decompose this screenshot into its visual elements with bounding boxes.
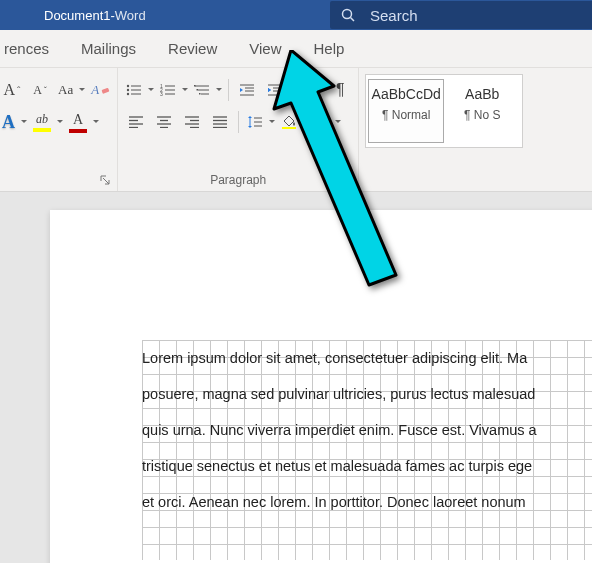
separator <box>293 79 294 101</box>
shading-button[interactable] <box>279 109 309 135</box>
grow-font-button[interactable]: Aˆ <box>0 77 24 103</box>
style-no-spacing[interactable]: AaBb ¶ No S <box>444 79 520 143</box>
clear-formatting-button[interactable]: A <box>89 77 113 103</box>
font-color-button[interactable]: A <box>67 109 99 135</box>
justify-button[interactable] <box>208 109 232 135</box>
group-styles: AaBbCcDd ¶ Normal AaBb ¶ No S <box>359 68 529 191</box>
text-line: et orci. Aenean nec lorem. In porttitor.… <box>142 484 592 520</box>
text-line: quis urna. Nunc viverra imperdiet enim. … <box>142 412 592 448</box>
align-right-icon <box>184 116 200 128</box>
svg-text:Z: Z <box>305 91 310 98</box>
align-left-icon <box>128 116 144 128</box>
align-right-button[interactable] <box>180 109 204 135</box>
borders-button[interactable] <box>313 109 341 135</box>
tab-review[interactable]: Review <box>152 30 233 67</box>
search-box[interactable]: Search <box>330 1 592 29</box>
tab-references[interactable]: rences <box>4 30 65 67</box>
align-left-button[interactable] <box>124 109 148 135</box>
text-line: posuere, magna sed pulvinar ultricies, p… <box>142 376 592 412</box>
bucket-icon <box>281 115 297 129</box>
ribbon: Aˆ Aˇ Aa A A ab A <box>0 68 592 192</box>
font-color-swatch <box>69 129 87 133</box>
numbering-button[interactable]: 123 <box>158 77 188 103</box>
sort-button[interactable]: AZ <box>300 77 324 103</box>
indent-icon <box>267 83 283 97</box>
highlight-color-swatch <box>33 128 51 132</box>
change-case-button[interactable]: Aa <box>56 77 85 103</box>
line-spacing-icon <box>247 115 263 129</box>
dialog-icon <box>100 175 110 185</box>
document-name: Document1 <box>44 8 110 23</box>
bullets-icon <box>126 83 142 97</box>
tab-view[interactable]: View <box>233 30 297 67</box>
svg-text:3: 3 <box>160 91 163 97</box>
search-icon <box>340 7 356 23</box>
tab-help[interactable]: Help <box>298 30 361 67</box>
svg-rect-19 <box>197 89 199 91</box>
svg-point-5 <box>127 93 129 95</box>
dialog-icon <box>341 175 351 185</box>
styles-gallery[interactable]: AaBbCcDd ¶ Normal AaBb ¶ No S <box>365 74 523 148</box>
bullets-button[interactable] <box>124 77 154 103</box>
group-paragraph: 123 AZ ¶ <box>118 68 359 191</box>
text-effects-button[interactable]: A <box>0 109 27 135</box>
svg-rect-18 <box>194 85 196 87</box>
outdent-icon <box>239 83 255 97</box>
group-font: Aˆ Aˇ Aa A A ab A <box>0 68 118 191</box>
eraser-icon <box>101 85 111 95</box>
line-spacing-button[interactable] <box>245 109 275 135</box>
align-center-icon <box>156 116 172 128</box>
page[interactable]: Lorem ipsum dolor sit amet, consectetuer… <box>50 210 592 563</box>
svg-rect-2 <box>102 88 110 94</box>
svg-rect-51 <box>282 127 296 129</box>
svg-point-3 <box>127 85 129 87</box>
shrink-font-button[interactable]: Aˇ <box>28 77 52 103</box>
svg-point-0 <box>343 10 352 19</box>
svg-line-1 <box>351 18 355 22</box>
ribbon-tabs: rences Mailings Review View Help <box>0 30 592 68</box>
svg-text:A: A <box>305 83 310 90</box>
text-line: Lorem ipsum dolor sit amet, consectetuer… <box>142 340 592 376</box>
separator <box>238 111 239 133</box>
align-center-button[interactable] <box>152 109 176 135</box>
numbering-icon: 123 <box>160 83 176 97</box>
sort-icon: AZ <box>304 82 320 98</box>
highlight-button[interactable]: ab <box>31 109 63 135</box>
title-bar: Document1 - Word Search <box>0 0 592 30</box>
search-placeholder: Search <box>370 7 418 24</box>
multilevel-list-button[interactable] <box>192 77 222 103</box>
app-name: Word <box>115 8 146 23</box>
paragraph-dialog-launcher[interactable] <box>340 174 352 186</box>
text-line: tristique senectus et netus et malesuada… <box>142 448 592 484</box>
paragraph-label: Paragraph <box>210 173 266 187</box>
increase-indent-button[interactable] <box>263 77 287 103</box>
justify-icon <box>212 116 228 128</box>
show-marks-button[interactable]: ¶ <box>328 77 352 103</box>
borders-icon <box>315 115 329 129</box>
svg-rect-20 <box>199 93 201 95</box>
body-text[interactable]: Lorem ipsum dolor sit amet, consectetuer… <box>142 340 592 520</box>
tab-mailings[interactable]: Mailings <box>65 30 152 67</box>
svg-point-4 <box>127 89 129 91</box>
document-area: Lorem ipsum dolor sit amet, consectetuer… <box>0 192 592 563</box>
style-normal[interactable]: AaBbCcDd ¶ Normal <box>368 79 444 143</box>
decrease-indent-button[interactable] <box>235 77 259 103</box>
font-dialog-launcher[interactable] <box>99 174 111 186</box>
separator <box>228 79 229 101</box>
multilevel-icon <box>194 83 210 97</box>
